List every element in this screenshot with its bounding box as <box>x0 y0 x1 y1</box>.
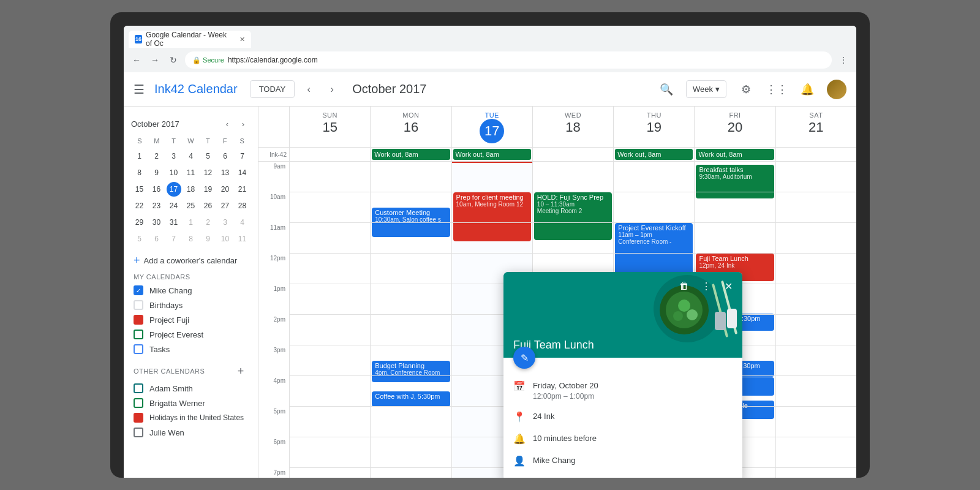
mini-day-8[interactable]: 8 <box>132 165 147 180</box>
mini-day-nov11[interactable]: 11 <box>235 232 250 246</box>
mini-day-23[interactable]: 23 <box>149 198 164 213</box>
allday-workout-tue[interactable]: Work out, 8am <box>453 149 531 160</box>
allday-workout-mon[interactable]: Work out, 8am <box>372 149 450 160</box>
mini-day-1[interactable]: 1 <box>132 149 147 164</box>
tab-close-btn[interactable]: ✕ <box>239 36 245 43</box>
mini-day-25[interactable]: 25 <box>184 198 198 213</box>
mini-day-9[interactable]: 9 <box>149 165 164 180</box>
mini-day-27[interactable]: 27 <box>218 198 233 213</box>
popup-organizer-row: 👤 Mike Chang <box>513 450 733 472</box>
calendar-grid: Sun 15 Mon 16 Tue 17 Wed <box>258 107 856 478</box>
today-indicator <box>452 162 532 163</box>
add-coworker-row[interactable]: + Add a coworker's calendar <box>131 247 251 271</box>
mini-day-4[interactable]: 4 <box>184 149 198 164</box>
event-customer-meeting[interactable]: Customer Meeting 10:30am, Salon coffee s <box>372 208 450 237</box>
forward-btn[interactable]: → <box>148 53 162 67</box>
popup-date-row: 📅 Friday, October 20 12:00pm – 1:00pm <box>513 375 733 405</box>
cal-adam-smith[interactable]: Adam Smith <box>131 381 251 396</box>
allday-workout-fri[interactable]: Work out, 8am <box>696 149 774 160</box>
mini-day-31[interactable]: 31 <box>167 215 181 230</box>
mini-day-21[interactable]: 21 <box>235 182 250 197</box>
mini-day-12[interactable]: 12 <box>201 165 216 180</box>
popup-time: 12:00pm – 1:00pm <box>533 392 598 401</box>
mini-day-30[interactable]: 30 <box>149 215 164 230</box>
add-other-cal-btn[interactable]: + <box>233 364 248 379</box>
cal-mike-chang[interactable]: ✓ Mike Chang <box>131 283 251 298</box>
mini-day-nov8[interactable]: 8 <box>184 232 198 246</box>
mini-cal-next-btn[interactable]: › <box>236 116 251 131</box>
cal-holidays[interactable]: Holidays in the United States <box>131 410 251 425</box>
mini-cal-prev-btn[interactable]: ‹ <box>220 116 235 131</box>
prev-period-btn[interactable]: ‹ <box>300 80 318 99</box>
mini-day-24[interactable]: 24 <box>167 198 181 213</box>
mini-day-15[interactable]: 15 <box>132 182 147 197</box>
time-11am: 11am <box>258 223 289 254</box>
mini-day-nov2[interactable]: 2 <box>201 215 216 230</box>
event-prep-client[interactable]: Prep for client meeting 10am, Meeting Ro… <box>453 192 531 241</box>
mini-day-14[interactable]: 14 <box>235 165 250 180</box>
mini-day-16[interactable]: 16 <box>149 182 164 197</box>
mini-day-3[interactable]: 3 <box>167 149 181 164</box>
apps-btn[interactable]: ⋮⋮ <box>766 78 788 100</box>
mini-day-nov1[interactable]: 1 <box>184 215 198 230</box>
time-3pm: 3pm <box>258 345 289 376</box>
today-button[interactable]: TODAY <box>250 80 295 98</box>
cal-birthdays[interactable]: Birthdays <box>131 298 251 312</box>
mini-day-2[interactable]: 2 <box>149 149 164 164</box>
time-10am: 10am <box>258 192 289 223</box>
notifications-btn[interactable]: 🔔 <box>796 78 818 100</box>
mini-day-18[interactable]: 18 <box>184 182 198 197</box>
view-selector[interactable]: Week ▾ <box>686 80 726 98</box>
mini-day-29[interactable]: 29 <box>132 215 147 230</box>
mini-day-nov6[interactable]: 6 <box>149 232 164 246</box>
search-btn[interactable]: 🔍 <box>655 78 677 100</box>
mini-day-6[interactable]: 6 <box>218 149 233 164</box>
refresh-btn[interactable]: ↻ <box>167 53 180 67</box>
mini-day-19[interactable]: 19 <box>201 182 216 197</box>
event-budget-planning[interactable]: Budget Planning 4pm, Conference Room <box>372 361 450 382</box>
cal-julie[interactable]: Julie Wen <box>131 425 251 440</box>
more-btn[interactable]: ⋮ <box>837 53 850 67</box>
mini-day-22[interactable]: 22 <box>132 198 147 213</box>
event-coffee[interactable]: Coffee with J, 5:30pm <box>372 391 450 407</box>
allday-workout-thu[interactable]: Work out, 8am <box>615 149 693 160</box>
cal-project-everest[interactable]: Project Everest <box>131 327 251 342</box>
mini-day-20[interactable]: 20 <box>218 182 233 197</box>
time-col-header <box>258 107 289 147</box>
mini-day-5[interactable]: 5 <box>201 149 216 164</box>
hamburger-icon[interactable]: ☰ <box>134 82 145 97</box>
settings-btn[interactable]: ⚙ <box>735 78 757 100</box>
popup-delete-btn[interactable]: 🗑 <box>675 277 693 295</box>
mini-day-nov5[interactable]: 5 <box>132 232 147 246</box>
mini-day-13[interactable]: 13 <box>218 165 233 180</box>
mini-day-10[interactable]: 10 <box>167 165 181 180</box>
mini-day-nov10[interactable]: 10 <box>218 232 233 246</box>
popup-actions: 🗑 ⋮ ✕ <box>675 277 737 295</box>
popup-edit-btn[interactable]: ✎ <box>513 347 535 369</box>
add-coworker-label: Add a coworker's calendar <box>144 256 238 265</box>
app-name-suffix: Calendar <box>184 82 238 96</box>
mini-day-11[interactable]: 11 <box>184 165 198 180</box>
next-period-btn[interactable]: › <box>323 80 341 99</box>
mini-day-nov3[interactable]: 3 <box>218 215 233 230</box>
mini-day-26[interactable]: 26 <box>201 198 216 213</box>
alldayrow-wed <box>532 148 613 161</box>
mini-day-nov7[interactable]: 7 <box>167 232 181 246</box>
popup-more-btn[interactable]: ⋮ <box>697 277 715 295</box>
event-breakfast-talks[interactable]: Breakfast talks 9:30am, Auditorium <box>696 165 774 198</box>
back-btn[interactable]: ← <box>130 53 143 67</box>
browser-tab[interactable]: 16 Google Calendar - Week of Oc ✕ <box>129 31 251 48</box>
cal-tasks[interactable]: Tasks <box>131 342 251 356</box>
time-4pm: 4pm <box>258 376 289 407</box>
mini-day-nov4[interactable]: 4 <box>235 215 250 230</box>
cal-brigatta[interactable]: Brigatta Werner <box>131 396 251 410</box>
mini-day-28[interactable]: 28 <box>235 198 250 213</box>
event-fuji-sync[interactable]: HOLD: Fuji Sync Prep 10 – 11:30am Meetin… <box>534 192 612 240</box>
user-avatar[interactable] <box>827 80 846 99</box>
mini-day-7[interactable]: 7 <box>235 149 250 164</box>
cal-project-fuji[interactable]: Project Fuji <box>131 312 251 327</box>
mini-day-nov9[interactable]: 9 <box>201 232 216 246</box>
popup-close-btn[interactable]: ✕ <box>719 277 737 295</box>
url-bar[interactable]: 🔒 Secure https://calendar.google.com <box>185 51 832 69</box>
mini-day-17[interactable]: 17 <box>167 182 181 197</box>
